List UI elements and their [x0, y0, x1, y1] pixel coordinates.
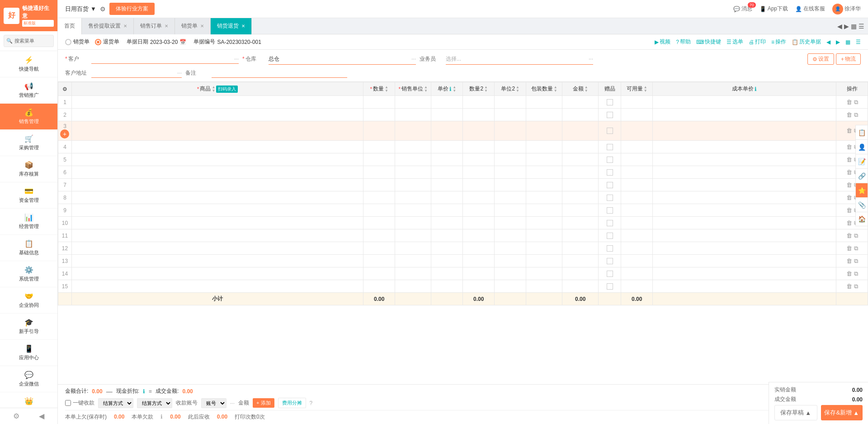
row-7-unit2[interactable] — [495, 179, 526, 191]
row-10-cost-unit[interactable] — [653, 217, 836, 229]
row-4-gift[interactable] — [599, 141, 621, 153]
customer-text-input[interactable] — [91, 56, 232, 62]
video-help-button[interactable]: ▶ 视频 — [655, 38, 670, 46]
row-15-unit2[interactable] — [495, 280, 526, 293]
copy-row-1-button[interactable]: ⧉ — [854, 99, 858, 106]
gift-checkbox-2[interactable] — [607, 112, 613, 118]
row-7-qty2[interactable] — [463, 179, 495, 191]
row-14-sales-unit[interactable] — [395, 267, 431, 280]
address-dots-button[interactable]: ··· — [177, 70, 182, 76]
row-15-amount[interactable] — [562, 280, 599, 293]
row-5-qty2[interactable] — [463, 153, 495, 166]
payment-method-select[interactable]: 结算方式 — [98, 398, 133, 408]
row-13-gift[interactable] — [599, 255, 621, 267]
product-input-5[interactable] — [74, 157, 361, 163]
row-14-product[interactable] — [72, 267, 363, 280]
row-6-unit-price[interactable] — [431, 166, 463, 179]
row-12-amount[interactable] — [562, 242, 599, 255]
row-5-unit2[interactable] — [495, 153, 526, 166]
copy-row-13-button[interactable]: ⧉ — [854, 257, 858, 265]
row-10-product[interactable] — [72, 217, 363, 229]
tab-price-settings[interactable]: 售价提取设置 ✕ — [82, 18, 134, 34]
row-2-unit-price[interactable] — [431, 109, 463, 121]
row-3-product[interactable] — [72, 121, 363, 141]
row-12-quantity[interactable] — [363, 242, 395, 255]
delete-row-11-button[interactable]: 🗑 — [846, 232, 852, 239]
copy-row-15-button[interactable]: ⧉ — [854, 283, 858, 290]
unit2-sort-icon[interactable]: ▲▼ — [516, 86, 519, 93]
debt-info-icon[interactable]: ℹ — [160, 414, 163, 420]
row-4-amount[interactable] — [562, 141, 599, 153]
tab-next-button[interactable]: ▶ — [844, 23, 849, 30]
delete-row-14-button[interactable]: 🗑 — [846, 270, 852, 277]
tab-grid-view-button[interactable]: ▦ — [851, 23, 857, 30]
row-6-gift[interactable] — [599, 166, 621, 179]
row-13-pkg-qty[interactable] — [526, 255, 562, 267]
cost-info-icon[interactable]: ℹ — [755, 86, 757, 92]
sidebar-item-purchase[interactable]: 🛒 采购管理 — [0, 130, 57, 156]
row-8-gift[interactable] — [599, 191, 621, 204]
row-7-sales-unit[interactable] — [395, 179, 431, 191]
print-button[interactable]: 🖨 打印 — [749, 38, 766, 46]
row-12-sales-unit[interactable] — [395, 242, 431, 255]
row-6-unit2[interactable] — [495, 166, 526, 179]
row-5-gift[interactable] — [599, 153, 621, 166]
address-input[interactable]: ··· — [91, 68, 182, 78]
row-8-unit2[interactable] — [495, 191, 526, 204]
row-1-amount[interactable] — [562, 96, 599, 109]
sidebar-item-finance[interactable]: 💳 资金管理 — [0, 182, 57, 209]
price-info-icon[interactable]: ℹ — [449, 86, 452, 92]
gift-checkbox-8[interactable] — [607, 195, 613, 201]
row-8-qty2[interactable] — [463, 191, 495, 204]
row-9-sales-unit[interactable] — [395, 204, 431, 217]
unit-sort-icon[interactable]: ▲▼ — [424, 86, 428, 93]
copy-row-12-button[interactable]: ⧉ — [854, 245, 858, 252]
sidebar-item-newbie[interactable]: 🎓 新手引导 — [0, 314, 57, 340]
gift-checkbox-10[interactable] — [607, 220, 613, 226]
row-10-amount[interactable] — [562, 217, 599, 229]
tab-close-price-settings[interactable]: ✕ — [123, 24, 127, 29]
row-3-sales-unit[interactable] — [395, 121, 431, 141]
sidebar-item-basic[interactable]: 📋 基础信息 — [0, 235, 57, 261]
app-download-button[interactable]: 📱 App下载 — [760, 5, 788, 13]
row-2-product[interactable] — [72, 109, 363, 121]
row-15-pkg-qty[interactable] — [526, 280, 562, 293]
row-11-unit-price[interactable] — [431, 229, 463, 242]
row-1-quantity[interactable] — [363, 96, 395, 109]
history-button[interactable]: 📋 历史单据 — [792, 38, 821, 46]
row-4-product[interactable] — [72, 141, 363, 153]
row-13-available[interactable] — [621, 255, 653, 267]
tab-close-sales-return[interactable]: ✕ — [241, 24, 245, 29]
row-14-quantity[interactable] — [363, 267, 395, 280]
row-4-pkg-qty[interactable] — [526, 141, 562, 153]
row-15-available[interactable] — [621, 280, 653, 293]
product-input-1[interactable] — [74, 99, 361, 105]
delete-row-6-button[interactable]: 🗑 — [846, 169, 852, 176]
pkg-sort-icon[interactable]: ▲▼ — [554, 86, 557, 93]
gift-checkbox-4[interactable] — [607, 144, 613, 150]
row-12-qty2[interactable] — [463, 242, 495, 255]
sidebar-item-wechat[interactable]: 💬 企业微信 — [0, 366, 57, 392]
product-input-10[interactable] — [74, 220, 361, 226]
row-11-product[interactable] — [72, 229, 363, 242]
row-9-gift[interactable] — [599, 204, 621, 217]
row-5-amount[interactable] — [562, 153, 599, 166]
delete-row-8-button[interactable]: 🗑 — [846, 194, 852, 201]
gear-icon[interactable]: ⚙ — [62, 86, 67, 92]
message-button[interactable]: 💬 消息 70 — [733, 5, 752, 13]
search-menu-button[interactable]: 🔍 搜索菜单 — [4, 35, 54, 47]
row-3-gift[interactable] — [599, 121, 621, 141]
gift-checkbox-5[interactable] — [607, 157, 613, 163]
logistics-side-button[interactable]: + 物流 — [836, 53, 861, 65]
row-2-qty2[interactable] — [463, 109, 495, 121]
warehouse-dots-button[interactable]: ··· — [411, 56, 416, 62]
row-5-unit-price[interactable] — [431, 153, 463, 166]
delete-row-5-button[interactable]: 🗑 — [846, 156, 852, 163]
row-1-cost-unit[interactable] — [653, 96, 836, 109]
tab-sales-delivery[interactable]: 销货单 ✕ — [175, 18, 211, 34]
sidebar-item-vip[interactable]: 👑 畅会员 — [0, 392, 57, 408]
product-input-2[interactable] — [74, 112, 361, 118]
float-btn-4[interactable]: 🔗 — [855, 168, 868, 183]
row-9-product[interactable] — [72, 204, 363, 217]
gift-checkbox-3[interactable] — [607, 128, 613, 134]
